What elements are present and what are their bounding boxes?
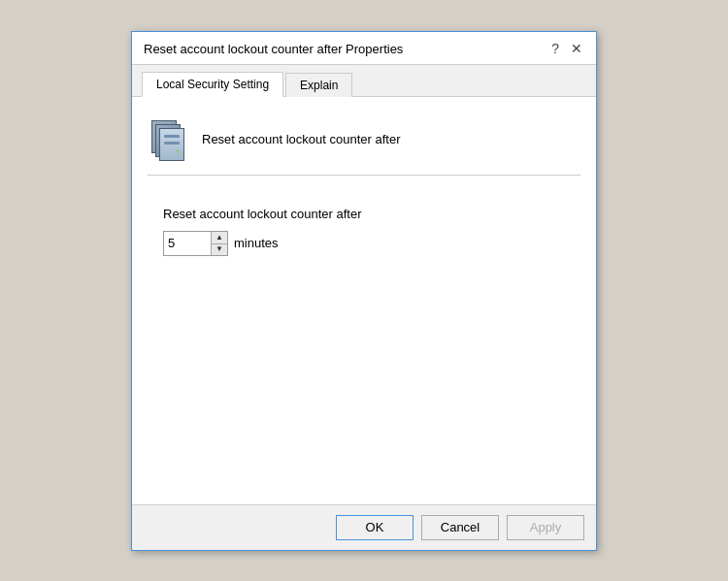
server-layer-front (159, 128, 184, 161)
policy-header: Reset account lockout counter after (148, 113, 580, 176)
spinner-container: ▲ ▼ (163, 231, 228, 256)
ok-button[interactable]: OK (336, 515, 414, 540)
help-button[interactable]: ? (549, 42, 561, 55)
setting-label: Reset account lockout counter after (163, 207, 565, 221)
server-slot-1 (164, 135, 180, 138)
spinner-row: ▲ ▼ minutes (163, 231, 565, 256)
cancel-button[interactable]: Cancel (421, 515, 499, 540)
dialog-title: Reset account lockout counter after Prop… (144, 42, 403, 56)
spinner-buttons: ▲ ▼ (211, 232, 227, 255)
tab-bar: Local Security Setting Explain (132, 65, 596, 97)
minutes-input[interactable] (164, 232, 211, 255)
dialog-window: Reset account lockout counter after Prop… (131, 31, 597, 551)
tab-local-security[interactable]: Local Security Setting (142, 72, 283, 97)
server-stack-icon (151, 120, 188, 161)
spinner-up-button[interactable]: ▲ (212, 232, 227, 243)
tab-explain[interactable]: Explain (285, 73, 352, 97)
server-slot-2 (164, 142, 180, 145)
title-bar: Reset account lockout counter after Prop… (132, 32, 596, 65)
server-led (176, 149, 180, 153)
apply-button[interactable]: Apply (507, 515, 584, 540)
policy-icon-container (151, 120, 190, 159)
policy-title: Reset account lockout counter after (202, 132, 401, 146)
setting-section: Reset account lockout counter after ▲ ▼ … (148, 199, 580, 264)
close-button[interactable]: ✕ (569, 42, 584, 55)
content-area: Reset account lockout counter after Rese… (132, 97, 596, 504)
title-bar-controls: ? ✕ (549, 42, 584, 55)
dialog-footer: OK Cancel Apply (132, 504, 596, 550)
minutes-label: minutes (234, 236, 279, 250)
spinner-down-button[interactable]: ▼ (212, 243, 227, 255)
